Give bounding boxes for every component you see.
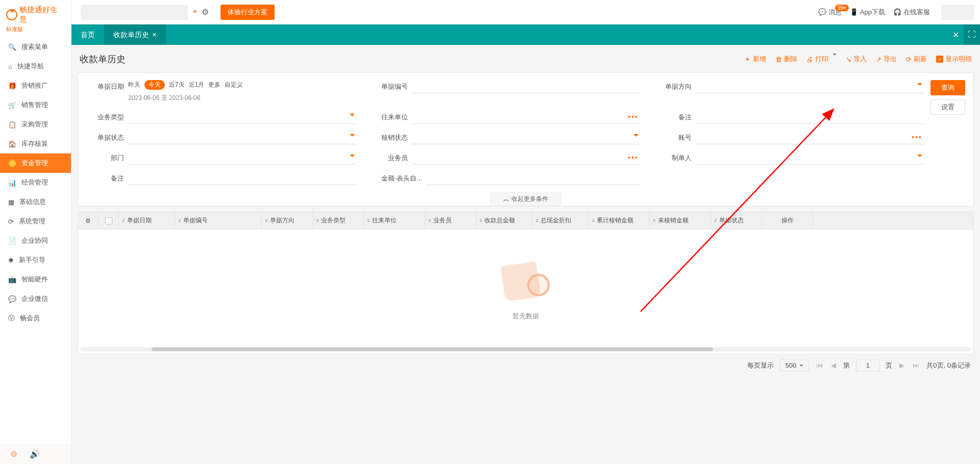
fullscreen-icon[interactable]: ⛶ — [964, 24, 980, 45]
col-4[interactable]: 往来单位 — [364, 212, 425, 229]
sidebar-item-3[interactable]: 🛒销售管理 — [0, 95, 71, 115]
date-range-value: 2023-06-06 至 2023-06-06 — [128, 94, 356, 102]
chevron-down-icon — [350, 134, 355, 139]
download-link[interactable]: 📱 App下载 — [850, 8, 885, 17]
label-salesman: 业务员 — [371, 151, 408, 163]
avatar[interactable] — [941, 5, 974, 20]
import-button[interactable]: ↘导入 — [846, 55, 867, 64]
org-selector[interactable] — [81, 5, 188, 20]
gear-icon[interactable]: ⚙ — [197, 4, 213, 20]
date-preset-group: 昨天 今天 近7天 近1月 更多 自定义 2023-06-06 至 2023-0… — [128, 80, 356, 104]
col-3[interactable]: 业务类型 — [313, 212, 364, 229]
close-icon[interactable]: ✕ — [152, 24, 157, 45]
logo-area: 畅捷通好生意 标准版 — [0, 0, 71, 37]
label-direction: 单据方向 — [655, 80, 692, 91]
page-last-icon[interactable]: ⏭ — [912, 362, 920, 369]
chevron-down-icon — [350, 154, 355, 160]
sidebar-item-4[interactable]: 📋采购管理 — [0, 115, 71, 134]
col-checkbox[interactable] — [99, 212, 119, 229]
col-9[interactable]: 未核销金额 — [650, 212, 711, 229]
refresh-button[interactable]: ⟳刷新 — [906, 55, 927, 64]
menu-icon: Ⓥ — [8, 314, 15, 323]
sidebar-item-13[interactable]: 💬企业微信 — [0, 289, 71, 308]
sidebar-item-5[interactable]: 🏠库存核算 — [0, 134, 71, 153]
settings-button[interactable]: 设置 — [930, 99, 965, 115]
select-direction[interactable] — [696, 80, 923, 93]
tab-home[interactable]: 首页 — [71, 24, 104, 45]
input-remark[interactable] — [696, 111, 923, 124]
refresh-icon: ⟳ — [906, 56, 912, 63]
sidebar-item-1[interactable]: ⌂快捷导航 — [0, 57, 71, 76]
preset-custom[interactable]: 自定义 — [225, 81, 243, 89]
col-10[interactable]: 单据状态 — [711, 212, 762, 229]
sidebar-item-0[interactable]: 🔍搜索菜单 — [0, 37, 71, 57]
sidebar-item-11[interactable]: ✱新手引导 — [0, 250, 71, 270]
preset-today[interactable]: 今天 — [144, 80, 165, 90]
picker-salesman[interactable]: ••• — [412, 151, 640, 165]
picker-partner[interactable]: ••• — [412, 111, 640, 124]
sound-icon[interactable]: 🔊 — [30, 449, 40, 459]
col-2[interactable]: 单据方向 — [262, 212, 313, 229]
messages-link[interactable]: 💬 消息 99+ — [818, 8, 842, 17]
select-docstatus[interactable] — [128, 131, 356, 144]
query-button[interactable]: 查询 — [930, 80, 965, 95]
tab-current[interactable]: 收款单历史 ✕ — [104, 24, 166, 45]
page-prev-icon[interactable]: ◀ — [830, 362, 837, 369]
chevron-down-icon — [917, 154, 922, 160]
sidebar-item-12[interactable]: 📺智能硬件 — [0, 270, 71, 289]
col-7[interactable]: 总现金折扣 — [532, 212, 589, 229]
print-button[interactable]: 🖨打印 — [806, 55, 837, 64]
sidebar-item-9[interactable]: ⟳系统管理 — [0, 212, 71, 231]
pagination: 每页显示 500 ⏮ ◀ 第 1 页 ▶ ⏭ 共0页, 0条记录 — [78, 354, 974, 373]
input-amount-header[interactable] — [426, 172, 640, 185]
delete-button[interactable]: 🗑删除 — [775, 55, 797, 64]
export-button[interactable]: ↗导出 — [876, 55, 897, 64]
support-link[interactable]: 🎧 在线客服 — [893, 8, 930, 17]
menu-icon: 🎁 — [8, 82, 16, 90]
preset-yesterday[interactable]: 昨天 — [128, 81, 140, 89]
sidebar-item-10[interactable]: 📄企业协同 — [0, 231, 71, 250]
sidebar-item-6[interactable]: 🪙资金管理 — [0, 153, 71, 173]
picker-account[interactable]: ••• — [696, 131, 923, 144]
empty-state: 暂无数据 — [78, 229, 973, 345]
sidebar-item-label: 智能硬件 — [21, 275, 48, 284]
sidebar-item-7[interactable]: 📊经营管理 — [0, 173, 71, 192]
select-writeoff[interactable] — [412, 131, 640, 144]
detail-toggle[interactable]: ✓显示明细 — [936, 55, 972, 64]
menu-icon: 📊 — [8, 179, 16, 187]
tabs-close-all-icon[interactable]: ✕ — [947, 24, 964, 45]
input-docno[interactable] — [412, 80, 640, 93]
select-department[interactable] — [128, 151, 356, 165]
col-1[interactable]: 单据编号 — [175, 212, 262, 229]
label-biztype: 业务类型 — [87, 111, 124, 122]
page-input[interactable]: 1 — [856, 359, 879, 371]
sidebar-item-14[interactable]: Ⓥ畅会员 — [0, 308, 71, 328]
sidebar-item-2[interactable]: 🎁营销推广 — [0, 76, 71, 95]
col-11[interactable]: 操作 — [762, 212, 813, 229]
preset-last1m[interactable]: 近1月 — [189, 81, 205, 89]
settings-icon[interactable]: ⚙ — [10, 449, 17, 459]
preset-more[interactable]: 更多 — [208, 81, 220, 89]
add-button[interactable]: ＋新增 — [744, 55, 766, 64]
input-remark2[interactable] — [128, 172, 356, 185]
horizontal-scrollbar[interactable] — [78, 345, 973, 354]
col-8[interactable]: 累计核销金额 — [589, 212, 650, 229]
col-gear[interactable]: ⚙ — [78, 212, 99, 229]
page-prefix: 第 — [843, 361, 850, 370]
sidebar-item-8[interactable]: ▦基础信息 — [0, 192, 71, 212]
collapse-toggle[interactable]: ︽ 收起更多条件 — [490, 192, 561, 206]
brand-edition: 标准版 — [6, 25, 65, 33]
col-0[interactable]: 单据日期 — [119, 212, 175, 229]
select-creator[interactable] — [696, 151, 923, 165]
menu-icon: ⟳ — [8, 218, 14, 225]
page-next-icon[interactable]: ▶ — [898, 362, 905, 369]
page-first-icon[interactable]: ⏮ — [815, 362, 824, 369]
select-biztype[interactable] — [128, 111, 356, 124]
experience-button[interactable]: 体验行业方案 — [220, 5, 275, 20]
page-summary: 共0页, 0条记录 — [926, 361, 971, 370]
per-page-select[interactable]: 500 — [780, 359, 810, 371]
sidebar-item-label: 企业微信 — [21, 294, 48, 303]
preset-last7[interactable]: 近7天 — [169, 81, 185, 89]
col-5[interactable]: 业务员 — [425, 212, 476, 229]
col-6[interactable]: 收款总金额 — [476, 212, 532, 229]
